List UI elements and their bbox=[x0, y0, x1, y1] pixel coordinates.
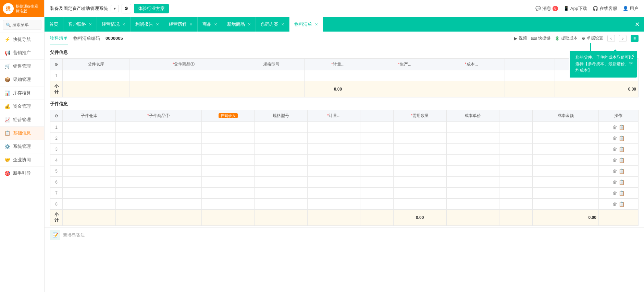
child-row-8-product[interactable] bbox=[115, 199, 201, 210]
tab-close-history[interactable]: ✕ bbox=[189, 22, 193, 27]
sidebar-item-marketing[interactable]: 📢营销推广 bbox=[0, 46, 44, 60]
child-row-2-spec[interactable] bbox=[255, 133, 308, 144]
tab-close-profit[interactable]: ✕ bbox=[156, 22, 159, 27]
extract-cost-action[interactable]: 💲 提取成本 bbox=[555, 35, 578, 41]
nav-tab-product[interactable]: 商品✕ bbox=[198, 17, 222, 32]
copy-icon-6[interactable]: 📋 bbox=[619, 179, 624, 185]
copy-icon-8[interactable]: 📋 bbox=[619, 201, 624, 207]
nav-next-button[interactable]: › bbox=[619, 35, 627, 42]
parent-row-1-spec[interactable] bbox=[238, 70, 305, 81]
sidebar-item-quick-nav[interactable]: ⚡快捷导航 bbox=[0, 33, 44, 46]
tab-close-new-product[interactable]: ✕ bbox=[248, 22, 251, 27]
child-row-5-spec[interactable] bbox=[255, 166, 308, 177]
subnav-bom-list[interactable]: 物料清单 bbox=[50, 32, 68, 45]
sidebar-item-enterprise[interactable]: 🤝企业协同 bbox=[0, 153, 44, 167]
delete-icon-4[interactable]: 🗑 bbox=[612, 157, 617, 163]
tab-close-bom[interactable]: ✕ bbox=[315, 22, 318, 27]
user-action[interactable]: 👤 用户 bbox=[623, 5, 639, 12]
child-row-3-unit[interactable] bbox=[307, 144, 360, 155]
search-menu-button[interactable]: 🔍 搜索菜单 bbox=[3, 20, 41, 30]
copy-icon-2[interactable]: 📋 bbox=[619, 136, 624, 141]
copy-icon-1[interactable]: 📋 bbox=[619, 125, 624, 130]
tooltip-close-button[interactable]: ✕ bbox=[631, 53, 634, 59]
child-row-7-qty[interactable] bbox=[394, 188, 447, 199]
delete-icon-2[interactable]: 🗑 bbox=[612, 136, 617, 141]
child-row-7-unit-cost[interactable] bbox=[446, 188, 499, 199]
child-row-6-unit[interactable] bbox=[307, 177, 360, 188]
copy-icon-3[interactable]: 📋 bbox=[619, 147, 624, 152]
child-row-4-product[interactable] bbox=[115, 155, 201, 166]
child-row-3-qty[interactable] bbox=[394, 144, 447, 155]
child-row-1-spec[interactable] bbox=[255, 122, 308, 133]
delete-icon-5[interactable]: 🗑 bbox=[612, 168, 617, 174]
settings-button[interactable]: ⚙ bbox=[122, 4, 131, 13]
copy-icon-4[interactable]: 📋 bbox=[619, 157, 624, 163]
child-row-8-spec[interactable] bbox=[255, 199, 308, 210]
child-row-2-product[interactable] bbox=[115, 133, 201, 144]
add-row-icon[interactable]: 📝 bbox=[50, 230, 60, 240]
child-row-1-unit-cost[interactable] bbox=[446, 122, 499, 133]
menu-grid-button[interactable]: ≡ bbox=[631, 35, 639, 42]
child-row-6-spec[interactable] bbox=[255, 177, 308, 188]
child-row-5-unit[interactable] bbox=[307, 166, 360, 177]
nav-prev-button[interactable]: ‹ bbox=[607, 35, 615, 42]
parent-row-1-unit[interactable] bbox=[305, 70, 371, 81]
child-row-4-unit-cost[interactable] bbox=[446, 155, 499, 166]
child-row-5-product[interactable] bbox=[115, 166, 201, 177]
child-row-5-unit-cost[interactable] bbox=[446, 166, 499, 177]
child-row-8-unit-cost[interactable] bbox=[446, 199, 499, 210]
delete-icon-8[interactable]: 🗑 bbox=[612, 201, 617, 207]
sidebar-item-inventory[interactable]: 📊库存核算 bbox=[0, 86, 44, 100]
child-row-4-spec[interactable] bbox=[255, 155, 308, 166]
child-row-8-unit[interactable] bbox=[307, 199, 360, 210]
child-row-8-qty[interactable] bbox=[394, 199, 447, 210]
child-row-6-warehouse[interactable] bbox=[63, 177, 116, 188]
delete-icon-7[interactable]: 🗑 bbox=[612, 190, 617, 196]
child-row-2-unit[interactable] bbox=[307, 133, 360, 144]
nav-tab-barcode[interactable]: 条码方案✕ bbox=[256, 17, 289, 32]
child-row-1-unit[interactable] bbox=[307, 122, 360, 133]
child-row-7-spec[interactable] bbox=[255, 188, 308, 199]
app-download-action[interactable]: 📱 App下载 bbox=[564, 5, 587, 12]
child-row-4-qty[interactable] bbox=[394, 155, 447, 166]
child-row-8-warehouse[interactable] bbox=[63, 199, 116, 210]
sidebar-item-operation[interactable]: 📈经营管理 bbox=[0, 113, 44, 127]
parent-row-1-cost[interactable] bbox=[438, 70, 505, 81]
child-row-7-product[interactable] bbox=[115, 188, 201, 199]
copy-icon-7[interactable]: 📋 bbox=[619, 190, 624, 196]
child-row-7-warehouse[interactable] bbox=[63, 188, 116, 199]
child-row-2-unit-cost[interactable] bbox=[446, 133, 499, 144]
parent-row-1-product[interactable] bbox=[129, 70, 238, 81]
child-row-3-unit-cost[interactable] bbox=[446, 144, 499, 155]
child-row-3-warehouse[interactable] bbox=[63, 144, 116, 155]
copy-icon-5[interactable]: 📋 bbox=[619, 168, 624, 174]
nav-tab-operation-status[interactable]: 经营情况✕ bbox=[97, 17, 131, 32]
tab-close-operation-status[interactable]: ✕ bbox=[122, 22, 125, 27]
sidebar-item-finance[interactable]: 💰资金管理 bbox=[0, 100, 44, 113]
child-row-6-unit-cost[interactable] bbox=[446, 177, 499, 188]
parent-row-1-prod[interactable] bbox=[371, 70, 438, 81]
nav-tab-bom[interactable]: 物料清单✕ bbox=[289, 17, 323, 32]
sidebar-item-sales[interactable]: 🛒销售管理 bbox=[0, 60, 44, 73]
child-row-3-product[interactable] bbox=[115, 144, 201, 155]
child-row-4-warehouse[interactable] bbox=[63, 155, 116, 166]
sidebar-item-purchase[interactable]: 📦采购管理 bbox=[0, 73, 44, 86]
parent-row-1-warehouse[interactable] bbox=[63, 70, 129, 81]
tab-close-barcode[interactable]: ✕ bbox=[281, 22, 284, 27]
shortcut-action[interactable]: ⌨ 快捷键 bbox=[531, 35, 550, 41]
sidebar-item-system[interactable]: ⚙️系统管理 bbox=[0, 140, 44, 153]
nav-tab-customer[interactable]: 客户联络✕ bbox=[63, 17, 97, 32]
child-row-7-unit[interactable] bbox=[307, 188, 360, 199]
child-row-3-spec[interactable] bbox=[255, 144, 308, 155]
delete-icon-6[interactable]: 🗑 bbox=[612, 179, 617, 185]
child-row-1-qty[interactable] bbox=[394, 122, 447, 133]
child-row-5-warehouse[interactable] bbox=[63, 166, 116, 177]
nav-tab-new-product[interactable]: 新增商品✕ bbox=[222, 17, 256, 32]
child-row-4-unit[interactable] bbox=[307, 155, 360, 166]
sidebar-item-basic[interactable]: 📋基础信息 bbox=[0, 127, 44, 140]
child-row-5-qty[interactable] bbox=[394, 166, 447, 177]
child-row-6-product[interactable] bbox=[115, 177, 201, 188]
delete-icon-3[interactable]: 🗑 bbox=[612, 147, 617, 152]
child-row-6-qty[interactable] bbox=[394, 177, 447, 188]
child-row-2-warehouse[interactable] bbox=[63, 133, 116, 144]
